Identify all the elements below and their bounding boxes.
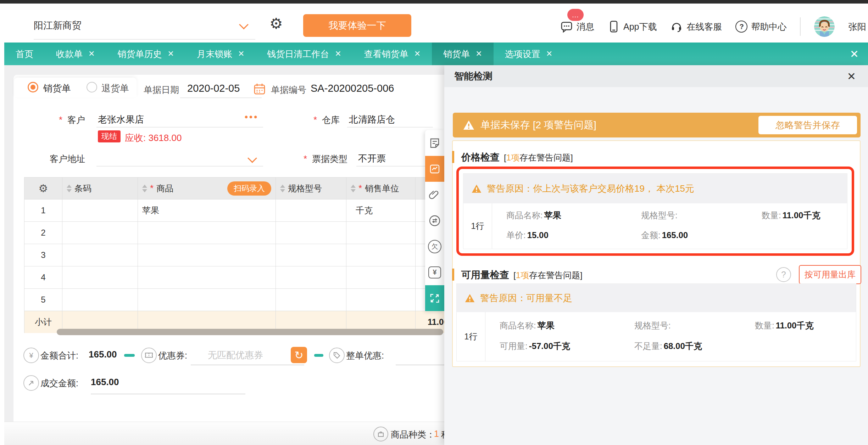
warehouse-underline <box>347 127 433 128</box>
row-index: 1行 <box>463 203 492 249</box>
coupon-placeholder[interactable]: 无匹配优惠券 <box>208 349 263 361</box>
section-accent <box>452 269 454 281</box>
customer-more-icon[interactable]: ••• <box>245 112 258 123</box>
tab-daily-workbench[interactable]: 钱货日清工作台✕ <box>256 43 352 65</box>
table-row[interactable]: 4 <box>24 266 445 289</box>
phone-icon <box>608 20 620 33</box>
coupon-refresh-button[interactable]: ↻ <box>291 347 307 363</box>
column-unit[interactable]: *销售单位 <box>351 183 411 194</box>
footer-bar: 商品种类： 1 种 <box>4 422 444 445</box>
stock-warning-header: 警告原因：可用量不足 <box>457 284 856 312</box>
tab-sales-order-active[interactable]: 销货单✕ <box>432 43 493 65</box>
radio-return-order-label[interactable]: 退货单 <box>101 82 129 95</box>
avatar[interactable] <box>814 16 835 37</box>
ignore-and-save-button[interactable]: 忽略警告并保存 <box>758 116 857 134</box>
app-download-label: App下载 <box>623 21 657 33</box>
radio-sales-order-label[interactable]: 销货单 <box>43 82 71 95</box>
expand-tool[interactable] <box>425 285 444 311</box>
panel-close-icon[interactable]: ✕ <box>847 70 856 83</box>
column-barcode[interactable]: 条码 <box>67 183 133 194</box>
invoice-type-value[interactable]: 不开票 <box>358 152 386 165</box>
chart-tool[interactable] <box>425 156 444 182</box>
stock-check-count: [1项存在警告问题] <box>513 270 583 281</box>
tab-receipt[interactable]: 收款单✕ <box>45 43 106 65</box>
address-chevron-icon[interactable] <box>247 153 257 163</box>
tab-month-lock[interactable]: 月末锁账✕ <box>185 43 256 65</box>
sort-icon[interactable] <box>280 185 285 192</box>
table-row[interactable]: 1 苹果 千克 <box>24 199 445 222</box>
tab-sales-history[interactable]: 销货单历史✕ <box>106 43 185 65</box>
tab-home[interactable]: 首页 <box>4 43 45 65</box>
help-icon[interactable]: ? <box>776 267 791 282</box>
date-underline <box>180 97 262 98</box>
owe-tool[interactable]: 欠 <box>425 233 444 259</box>
invoice-underline <box>356 166 433 167</box>
total-amount-value: 165.00 <box>89 349 117 360</box>
coupon-icon <box>141 348 157 363</box>
price-check-count: [1项存在警告问题] <box>504 152 573 163</box>
close-icon[interactable]: ✕ <box>414 49 421 58</box>
close-icon[interactable]: ✕ <box>546 49 552 58</box>
sort-icon[interactable] <box>351 185 356 192</box>
username[interactable]: 张阳 <box>848 21 866 33</box>
radio-sales-order[interactable] <box>28 82 38 92</box>
close-icon[interactable]: ✕ <box>238 49 244 58</box>
money-tool[interactable]: ¥ <box>425 259 444 285</box>
warehouse-value[interactable]: 北清路店仓 <box>349 113 395 126</box>
gear-icon[interactable]: ⚙ <box>269 16 283 31</box>
close-icon[interactable]: ✕ <box>88 49 95 58</box>
column-settings-gear-icon[interactable]: ⚙ <box>24 178 62 199</box>
date-value[interactable]: 2020-02-05 <box>187 83 240 94</box>
customer-value[interactable]: 老张水果店 <box>98 113 144 126</box>
money-icon: ¥ <box>428 266 441 278</box>
category-label: 商品种类： <box>391 429 435 440</box>
horizontal-scrollbar[interactable] <box>57 329 443 335</box>
tab-options[interactable]: 选项设置✕ <box>494 43 564 65</box>
table-row[interactable]: 3 <box>24 244 445 266</box>
headset-icon <box>670 20 683 33</box>
required-mark: * <box>304 153 307 164</box>
tab-view-sales-order[interactable]: 查看销货单✕ <box>353 43 432 65</box>
deal-amount-value[interactable]: 165.00 <box>91 377 119 388</box>
field-available-qty: 可用量:-57.00千克 <box>500 340 570 352</box>
experience-button[interactable]: 我要体验一下 <box>303 14 411 37</box>
calendar-icon[interactable] <box>253 83 266 95</box>
chart-icon <box>429 163 440 175</box>
attachment-tool[interactable] <box>425 182 444 208</box>
messages-item[interactable]: 消息 ... <box>560 20 594 33</box>
sort-icon[interactable] <box>142 185 147 192</box>
company-selector[interactable]: 阳江新商贸 <box>34 19 82 32</box>
field-spec: 规格型号: <box>634 320 672 331</box>
field-qty: 数量:11.00千克 <box>762 210 820 221</box>
sort-icon[interactable] <box>67 185 72 192</box>
column-product[interactable]: *商品扫码录入 <box>142 181 271 196</box>
close-icon[interactable]: ✕ <box>475 49 482 58</box>
price-warning-row: 1行 商品名称:苹果 规格型号: 数量:11.00千克 单价:15.00 金额:… <box>463 203 847 249</box>
stock-check-title: 可用量检查 <box>461 269 509 281</box>
app-download-item[interactable]: App下载 <box>608 20 657 33</box>
deal-amount-label: 成交金额: <box>40 377 78 389</box>
field-spec: 规格型号: <box>641 210 679 221</box>
window-top-strip <box>0 0 868 4</box>
close-icon[interactable]: ✕ <box>335 49 341 58</box>
column-spec[interactable]: 规格型号 <box>280 183 342 194</box>
online-service-item[interactable]: 在线客服 <box>670 20 722 33</box>
company-underline <box>34 39 255 40</box>
outbound-by-available-button[interactable]: 按可用量出库 <box>799 265 861 284</box>
section-accent <box>452 151 454 163</box>
scan-entry-button[interactable]: 扫码录入 <box>227 181 271 196</box>
note-tool[interactable] <box>425 130 444 156</box>
discount-label: 整单优惠: <box>346 350 384 361</box>
chevron-down-icon[interactable] <box>239 20 249 29</box>
table-row[interactable]: 5 <box>24 289 445 311</box>
bag-icon <box>373 427 388 441</box>
sales-order-card: 销货单 退货单 单据日期 2020-02-05 单据编号 SA-20200205… <box>13 75 444 422</box>
table-row[interactable]: 2 <box>24 222 445 244</box>
radio-return-order[interactable] <box>87 82 97 92</box>
close-icon[interactable]: ✕ <box>167 49 174 58</box>
price-warning-header: 警告原因：你上次与该客户交易价格19， 本次15元 <box>463 174 847 203</box>
exchange-tool[interactable] <box>425 208 444 233</box>
field-product-name: 商品名称:苹果 <box>500 320 555 331</box>
tabbar-close-icon[interactable]: ✕ <box>850 43 868 65</box>
help-center-item[interactable]: ? 帮助中心 <box>735 21 786 33</box>
